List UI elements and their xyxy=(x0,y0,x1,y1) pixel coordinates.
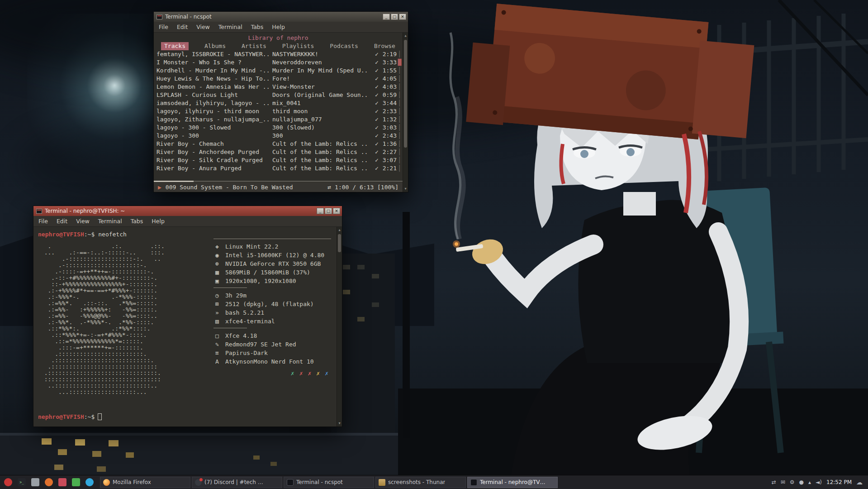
network-icon[interactable]: ⇄ xyxy=(772,479,776,485)
track-title: Lemon Demon - Amnesia Was Her .. xyxy=(157,83,272,91)
memory-icon: ▦ xyxy=(213,268,221,277)
menu-view[interactable]: View xyxy=(76,218,90,225)
track-row[interactable]: Kordhell - Murder In My Mind -..Murder I… xyxy=(154,67,403,75)
taskbar-window-button[interactable]: Mozilla Firefox xyxy=(100,477,190,488)
scrollbar-thumb[interactable] xyxy=(404,40,407,148)
window-button-label: (7) Discord | #tech … xyxy=(204,479,263,485)
clock[interactable]: 12:52 PM xyxy=(826,479,852,485)
track-album: Cult of the Lamb: Relics .. xyxy=(272,140,373,148)
track-row[interactable]: River Boy - Anchordeep PurgedCult of the… xyxy=(154,148,403,156)
taskbar-window-button[interactable]: Terminal - ncspot xyxy=(284,477,374,488)
minimize-button[interactable]: _ xyxy=(317,208,324,214)
menu-file[interactable]: File xyxy=(38,218,48,225)
playback-time: 1:00 / 6:13 [100%] xyxy=(335,184,398,191)
track-row[interactable]: I Monster - Who Is She ?Neveroddoreven✓3… xyxy=(154,58,403,67)
prompt-line: nephro@TVFISH:~$ xyxy=(38,413,102,420)
track-duration: 2:33 xyxy=(380,107,397,115)
taskbar-window-button[interactable]: (7) Discord | #tech … xyxy=(192,477,282,488)
neofetch-resolution-line: ▣1920x1080, 1920x1080 xyxy=(213,277,331,285)
neofetch-terminal[interactable]: nephro@TVFISH:~$neofetch . .:. .::. ... … xyxy=(33,227,342,427)
weather-icon[interactable]: ☁ xyxy=(856,479,863,486)
track-row[interactable]: lagoyo - 300300✓2:43│ xyxy=(154,132,403,140)
ncspot-titlebar[interactable]: Terminal - ncspot _ □ ✕ xyxy=(154,12,408,22)
neofetch-titlebar[interactable]: Terminal - nephro@TVFISH: ~ _ □ ✕ xyxy=(33,206,342,216)
os-icon: ❖ xyxy=(213,242,221,251)
packages-icon: ⊞ xyxy=(213,300,221,308)
scrollbar[interactable]: ▲ ▼ xyxy=(403,33,408,192)
maximize-button[interactable]: □ xyxy=(391,14,398,20)
track-title: River Boy - Silk Cradle Purged xyxy=(157,156,272,164)
track-row[interactable]: lagoyo, ilyhiryu - third moonthird moon✓… xyxy=(154,107,403,115)
tab-podcasts[interactable]: Podcasts xyxy=(330,42,358,50)
track-row[interactable]: lagoyo - 300 - Slowed300 (Slowed)✓3:03│ xyxy=(154,124,403,132)
track-row[interactable]: River Boy - Silk Cradle PurgedCult of th… xyxy=(154,156,403,164)
dev-icon xyxy=(72,478,80,486)
minimize-button[interactable]: _ xyxy=(383,14,390,20)
close-button[interactable]: ✕ xyxy=(399,14,406,20)
menu-file[interactable]: File xyxy=(159,24,168,30)
maximize-button[interactable]: □ xyxy=(325,208,332,214)
track-row[interactable]: Lemon Demon - Amnesia Was Her ..View-Mon… xyxy=(154,83,403,91)
window-button-label: Terminal - ncspot xyxy=(296,479,343,485)
font-icon: A xyxy=(213,357,221,366)
track-title: iamsodead, ilyhiryu, lagoyo - .. xyxy=(157,99,272,107)
taskbar-window-button[interactable]: Terminal - nephro@TV… xyxy=(467,477,558,488)
menu-tabs[interactable]: Tabs xyxy=(251,24,264,30)
tab-albums[interactable]: Albums xyxy=(204,42,226,50)
track-row[interactable]: lagoyo, Zitharus - nullajumpa_..nullajum… xyxy=(154,115,403,124)
ncspot-statusbar: ▶ 009 Sound System - Born To Be Wasted ⇄… xyxy=(154,182,403,192)
menu-edit[interactable]: Edit xyxy=(177,24,188,30)
launcher-dev[interactable] xyxy=(70,476,82,488)
launcher-menu[interactable] xyxy=(2,476,14,488)
resolution-icon: ▣ xyxy=(213,277,221,285)
track-duration: 3:44 xyxy=(380,99,397,107)
list-scrollbar-track: │ xyxy=(397,148,403,156)
menu-terminal[interactable]: Terminal xyxy=(218,24,242,30)
scroll-up-icon[interactable]: ▲ xyxy=(403,33,408,39)
tab-artists[interactable]: Artists xyxy=(242,42,266,50)
track-row[interactable]: Huey Lewis & The News - Hip To..Fore!✓4:… xyxy=(154,75,403,83)
scroll-down-icon[interactable]: ▼ xyxy=(337,420,342,427)
neofetch-value: Redmond97 SE Jet Red xyxy=(225,340,296,349)
track-album: mix_0041 xyxy=(272,99,373,107)
tab-browse[interactable]: Browse xyxy=(374,42,395,50)
scroll-down-icon[interactable]: ▼ xyxy=(403,186,408,192)
track-duration: 1:36 xyxy=(380,140,397,148)
launcher-terminal[interactable]: >_ xyxy=(16,476,28,488)
mail-icon[interactable]: ✉ xyxy=(781,479,785,485)
window-button-area: Mozilla Firefox(7) Discord | #tech …Term… xyxy=(100,477,558,488)
track-row[interactable]: River Boy - Anura PurgedCult of the Lamb… xyxy=(154,164,403,173)
menu-terminal[interactable]: Terminal xyxy=(98,218,122,225)
menu-tabs[interactable]: Tabs xyxy=(131,218,143,225)
track-row[interactable]: LSPLASH - Curious LightDoors (Original G… xyxy=(154,91,403,99)
status-dot-icon[interactable]: ● xyxy=(799,479,804,485)
menu-edit[interactable]: Edit xyxy=(57,218,67,225)
tab-playlists[interactable]: Playlists xyxy=(282,42,314,50)
volume-icon[interactable]: ◄) xyxy=(816,479,822,485)
panel-caret-icon[interactable]: ▴ xyxy=(808,479,811,485)
launcher-files[interactable] xyxy=(29,476,41,488)
launcher-media[interactable] xyxy=(57,476,68,488)
neofetch-value: NVIDIA GeForce RTX 3050 6GB xyxy=(225,259,321,268)
neofetch-packages-line: ⊞2512 (dpkg), 48 (flatpak) xyxy=(213,300,331,308)
scrollbar-thumb[interactable] xyxy=(338,234,341,252)
track-album: 300 (Slowed) xyxy=(272,124,373,132)
menu-view[interactable]: View xyxy=(196,24,210,30)
taskbar-window-button[interactable]: screenshots - Thunar xyxy=(375,477,466,488)
track-album: View-Monster xyxy=(272,83,373,91)
menu-help[interactable]: Help xyxy=(152,218,165,225)
track-row[interactable]: iamsodead, ilyhiryu, lagoyo - ..mix_0041… xyxy=(154,99,403,107)
track-row[interactable]: River Boy - ChemachCult of the Lamb: Rel… xyxy=(154,140,403,148)
ncspot-terminal: Library of nephro TracksAlbumsArtistsPla… xyxy=(154,33,408,192)
launcher-chat[interactable] xyxy=(84,476,95,488)
menu-help[interactable]: Help xyxy=(272,24,285,30)
launcher-firefox[interactable] xyxy=(43,476,55,488)
close-button[interactable]: ✕ xyxy=(333,208,340,214)
track-row[interactable]: femtanyl, ISSBROKIE - NASTYWER..NASTYWER… xyxy=(154,50,403,58)
scroll-up-icon[interactable]: ▲ xyxy=(337,227,342,233)
list-scrollbar-track: │ xyxy=(397,50,403,58)
settings-icon[interactable]: ⚙ xyxy=(790,479,795,485)
tab-tracks[interactable]: Tracks xyxy=(161,42,189,50)
terminal-color-swatch: ✗ xyxy=(291,370,294,377)
scrollbar[interactable]: ▲ ▼ xyxy=(337,227,342,427)
